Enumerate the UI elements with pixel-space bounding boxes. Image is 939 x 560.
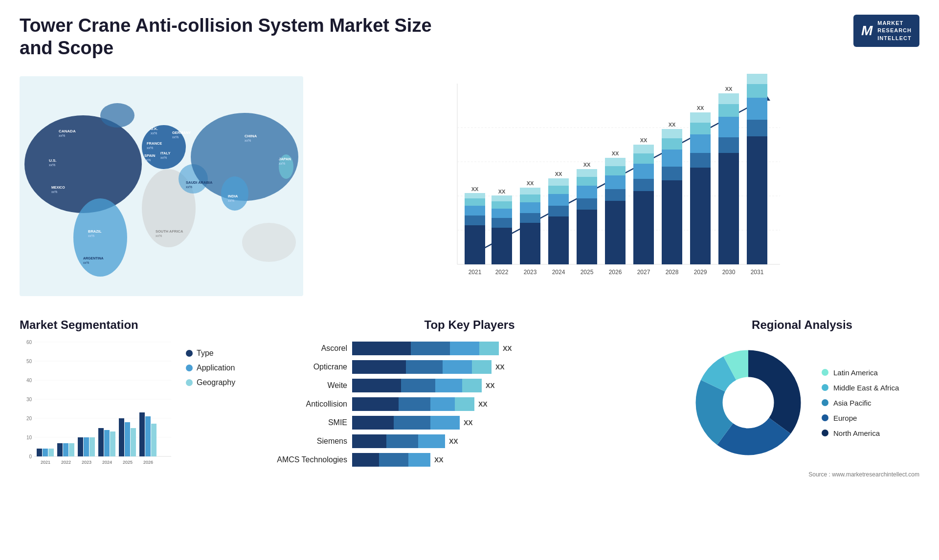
svg-rect-81: [577, 186, 597, 198]
svg-text:2023: 2023: [82, 460, 91, 465]
seg-chart: 0 10 20 30 40 50 60: [20, 339, 254, 466]
svg-rect-69: [520, 188, 540, 194]
svg-rect-88: [605, 175, 626, 189]
svg-text:CANADA: CANADA: [59, 129, 76, 133]
source-text: Source : www.marketresearchintellect.com: [685, 471, 919, 478]
svg-text:U.S.: U.S.: [49, 158, 57, 163]
regional-section: Regional Analysis: [685, 318, 919, 478]
svg-rect-74: [548, 194, 569, 206]
svg-point-3: [73, 198, 127, 277]
legend-text-europe: Europe: [833, 414, 857, 422]
svg-text:xx%: xx%: [59, 134, 65, 137]
legend-latin-america: Latin America: [822, 368, 899, 377]
svg-text:U.K.: U.K.: [151, 127, 158, 131]
svg-text:GERMANY: GERMANY: [172, 130, 191, 135]
svg-rect-67: [520, 202, 540, 213]
svg-rect-125: [747, 74, 767, 84]
svg-text:xx%: xx%: [144, 158, 151, 162]
list-item: Siemens XX: [269, 434, 670, 448]
legend-type: Type: [186, 349, 235, 358]
svg-text:BRAZIL: BRAZIL: [88, 229, 102, 234]
svg-rect-93: [633, 191, 654, 264]
svg-rect-87: [605, 189, 626, 201]
svg-rect-124: [747, 84, 767, 98]
page-header: Tower Crane Anti-collision System Market…: [20, 15, 919, 59]
main-grid: CANADA xx% U.S. xx% MEXICO xx% BRAZIL xx…: [20, 69, 919, 478]
regional-title: Regional Analysis: [685, 318, 919, 332]
players-title: Top Key Players: [425, 318, 515, 332]
svg-text:ITALY: ITALY: [160, 151, 170, 155]
svg-rect-61: [492, 201, 512, 209]
main-bar-chart: XX 2021 XX 2022 XX 2023 XX 20: [318, 74, 910, 299]
legend-text-mea: Middle East & Africa: [833, 384, 899, 392]
logo-letter: M: [861, 23, 872, 39]
svg-text:XX: XX: [583, 162, 591, 168]
list-item: AMCS Technologies XX: [269, 453, 670, 467]
svg-text:2024: 2024: [552, 269, 565, 276]
player-bar-ascorel: XX: [352, 342, 670, 355]
donut-chart: [685, 339, 812, 466]
svg-text:INDIA: INDIA: [228, 194, 238, 198]
bar-chart-section: XX 2021 XX 2022 XX 2023 XX 20: [313, 69, 919, 303]
svg-text:MEXICO: MEXICO: [51, 186, 65, 189]
svg-rect-115: [718, 137, 739, 153]
seg-legend: Type Application Geography: [186, 339, 235, 387]
svg-text:30: 30: [26, 397, 32, 402]
svg-rect-122: [747, 120, 767, 136]
svg-text:XX: XX: [669, 122, 676, 128]
svg-text:xx%: xx%: [172, 135, 179, 139]
svg-rect-58: [492, 228, 512, 264]
svg-text:XX: XX: [555, 171, 562, 177]
seg-bar-chart: 0 10 20 30 40 50 60: [20, 339, 176, 466]
svg-text:2028: 2028: [666, 269, 679, 276]
world-map-section: CANADA xx% U.S. xx% MEXICO xx% BRAZIL xx…: [20, 69, 303, 303]
svg-text:2030: 2030: [722, 269, 736, 276]
svg-rect-148: [69, 443, 74, 456]
svg-rect-159: [125, 422, 130, 456]
svg-point-171: [724, 378, 773, 427]
player-bar-anticollision: XX: [352, 397, 670, 411]
svg-point-2: [100, 103, 134, 128]
svg-rect-162: [139, 412, 145, 456]
svg-text:20: 20: [26, 416, 32, 421]
regional-content: Latin America Middle East & Africa Asia …: [685, 339, 919, 466]
svg-rect-123: [747, 98, 767, 120]
segmentation-section: Market Segmentation 0 10 20 30 40 50 60: [20, 318, 254, 478]
svg-text:xx%: xx%: [88, 234, 94, 237]
svg-text:2023: 2023: [524, 269, 537, 276]
svg-text:2025: 2025: [123, 460, 133, 465]
svg-text:2025: 2025: [581, 269, 594, 276]
svg-rect-121: [747, 136, 767, 264]
player-xx-siemens: XX: [449, 437, 458, 445]
svg-text:2031: 2031: [751, 269, 764, 276]
svg-rect-109: [690, 134, 711, 153]
svg-text:XX: XX: [697, 105, 704, 111]
list-item: Anticollision XX: [269, 397, 670, 411]
svg-rect-80: [577, 198, 597, 210]
legend-text-na: North America: [833, 429, 880, 437]
svg-text:2026: 2026: [609, 269, 622, 276]
svg-rect-163: [145, 416, 151, 456]
svg-text:xx%: xx%: [279, 162, 285, 165]
svg-rect-142: [37, 449, 42, 456]
svg-rect-144: [48, 449, 54, 456]
svg-text:SOUTH AFRICA: SOUTH AFRICA: [156, 229, 183, 234]
legend-text-latin: Latin America: [833, 368, 878, 377]
svg-rect-53: [465, 206, 485, 215]
legend-dot-type: [186, 350, 193, 357]
legend-mea: Middle East & Africa: [822, 384, 899, 392]
regional-legend: Latin America Middle East & Africa Asia …: [822, 368, 899, 437]
player-name-smie: SMIE: [269, 418, 347, 427]
svg-rect-107: [690, 168, 711, 264]
svg-text:ARGENTINA: ARGENTINA: [83, 257, 104, 260]
svg-rect-104: [662, 129, 682, 138]
svg-rect-60: [492, 209, 512, 218]
list-item: Opticrane XX: [269, 360, 670, 374]
svg-text:2021: 2021: [469, 269, 482, 276]
svg-rect-86: [605, 201, 626, 264]
svg-rect-152: [89, 437, 95, 456]
svg-rect-102: [662, 150, 682, 167]
legend-label-geo: Geography: [197, 378, 235, 387]
svg-text:10: 10: [26, 435, 32, 440]
svg-text:xx%: xx%: [160, 156, 167, 159]
